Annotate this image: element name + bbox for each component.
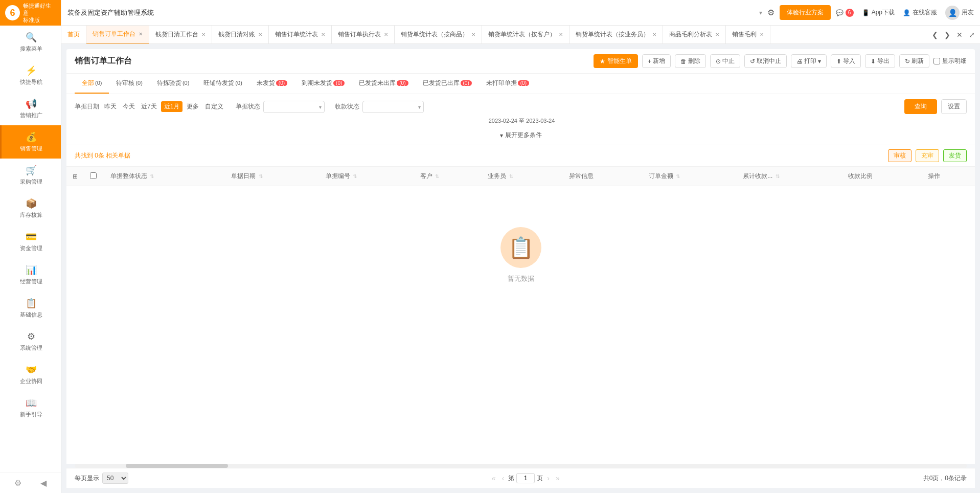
sub-tab-旺铺待发货[interactable]: 旺铺待发货(0) (196, 74, 249, 94)
tab-close-sales-order[interactable]: ✕ (139, 31, 143, 37)
select-all-checkbox[interactable] (90, 172, 97, 179)
print-btn[interactable]: 🖨 打印 ▾ (791, 54, 827, 68)
sidebar-item-finance[interactable]: 💳资金管理 (0, 225, 61, 258)
payment-select[interactable] (362, 101, 424, 113)
tab-cash-clear[interactable]: 钱货日清工作台✕ (149, 26, 212, 44)
settings-icon[interactable]: ⚙ (767, 8, 774, 17)
sidebar-item-purchase[interactable]: 🛒采购管理 (0, 159, 61, 192)
tab-nav-prev[interactable]: ❮ (930, 30, 940, 40)
horizontal-scrollbar[interactable] (75, 464, 967, 468)
date-btn-近7天[interactable]: 近7天 (139, 101, 159, 112)
sub-tab-待拣验货[interactable]: 待拣验货(0) (150, 74, 196, 94)
date-btn-今天[interactable]: 今天 (121, 101, 137, 112)
service-icon: 👤 (903, 9, 910, 16)
refresh-btn[interactable]: ↻ 刷新 (899, 54, 929, 68)
page-size-select[interactable]: 50 10 20 100 (102, 473, 128, 484)
date-btn-自定义[interactable]: 自定义 (203, 101, 225, 112)
sidebar-item-collab[interactable]: 🤝企业协同 (0, 358, 61, 391)
tab-stats6[interactable]: 商品毛利分析表✕ (663, 26, 726, 44)
new-btn[interactable]: + 新增 (642, 54, 671, 68)
th-salesperson[interactable]: 业务员 ⇅ (482, 167, 563, 186)
tab-close-stats6[interactable]: ✕ (715, 32, 719, 37)
th-number[interactable]: 单据编号 ⇅ (320, 167, 414, 186)
th-customer[interactable]: 客户 ⇅ (414, 167, 482, 186)
sub-tab-到期未发货[interactable]: 到期未发货(0) (294, 74, 352, 94)
sidebar-item-shortcut[interactable]: ⚡快捷导航 (0, 59, 61, 92)
sidebar-item-basic[interactable]: 📋基础信息 (0, 292, 61, 325)
basic-icon: 📋 (26, 298, 37, 309)
date-btn-近1月[interactable]: 近1月 (161, 101, 183, 112)
deliver-btn[interactable]: 发货 (943, 149, 967, 162)
first-page-btn[interactable]: « (490, 473, 498, 483)
sidebar-item-system[interactable]: ⚙系统管理 (0, 325, 61, 358)
tab-close-stats1[interactable]: ✕ (321, 32, 325, 37)
message-btn[interactable]: 💬 6 (836, 9, 854, 17)
date-btn-昨天[interactable]: 昨天 (102, 101, 119, 112)
sub-tab-未打印单据[interactable]: 未打印单据(0) (479, 74, 536, 94)
revoke-btn[interactable]: 充审 (916, 149, 939, 162)
page-input[interactable] (516, 473, 535, 483)
sidebar-item-marketing[interactable]: 📢营销推广 (0, 92, 61, 125)
sidebar-item-guide[interactable]: 📖新手引导 (0, 391, 61, 424)
import-btn[interactable]: ⬆ 导入 (831, 54, 861, 68)
sub-tab-未发货[interactable]: 未发货(0) (249, 74, 294, 94)
query-btn[interactable]: 查询 (904, 99, 937, 114)
export-btn[interactable]: ⬇ 导出 (865, 54, 895, 68)
th-amount[interactable]: 订单金额 ⇅ (643, 167, 737, 186)
sub-tab-已发货已出库[interactable]: 已发货已出库(0) (416, 74, 479, 94)
collapse-btn[interactable]: ◀ (40, 478, 47, 488)
prev-page-btn[interactable]: ‹ (500, 473, 507, 483)
tab-stats1[interactable]: 销售订单统计表✕ (269, 26, 332, 44)
tab-nav-next[interactable]: ❯ (942, 30, 952, 40)
tab-close-stats4[interactable]: ✕ (559, 32, 563, 37)
filter-setting-btn[interactable]: 设置 (941, 99, 967, 114)
tab-reconcile[interactable]: 钱货日清对账✕ (212, 26, 269, 44)
tab-stats3[interactable]: 销货单统计表（按商品）✕ (395, 26, 482, 44)
sub-tab-已发货未出库[interactable]: 已发货未出库(0) (352, 74, 415, 94)
show-detail-checkbox[interactable] (933, 58, 940, 64)
app-download-btn[interactable]: 📱 App下载 (862, 8, 895, 17)
th-total-payment[interactable]: 累计收款... ⇅ (737, 167, 842, 186)
date-btn-更多[interactable]: 更多 (185, 101, 201, 112)
tab-fullscreen[interactable]: ⤢ (967, 30, 977, 40)
tab-stats2[interactable]: 销售订单执行表✕ (332, 26, 395, 44)
sidebar-item-search[interactable]: 🔍搜索菜单 (0, 26, 61, 59)
empty-text: 暂无数据 (508, 274, 534, 283)
show-detail-toggle[interactable]: 显示明细 (933, 57, 967, 65)
settings-bottom-btn[interactable]: ⚙ (14, 478, 21, 488)
tab-close-reconcile[interactable]: ✕ (258, 32, 262, 37)
audit-btn[interactable]: 审核 (888, 149, 911, 162)
delete-btn[interactable]: 🗑 删除 (675, 54, 706, 68)
status-select[interactable] (263, 101, 325, 113)
th-checkbox[interactable] (84, 167, 104, 186)
smart-generate-btn[interactable]: ★ 智能生单 (594, 54, 638, 68)
tab-stats4[interactable]: 销货单统计表（按客户）✕ (482, 26, 569, 44)
tab-home[interactable]: 首页 (61, 26, 86, 44)
sidebar-item-inventory[interactable]: 📦库存核算 (0, 192, 61, 225)
sub-tab-全部[interactable]: 全部(0) (75, 74, 109, 94)
sub-tab-待审核[interactable]: 待审核(0) (109, 74, 149, 94)
scroll-thumb[interactable] (126, 464, 228, 468)
tab-close-all[interactable]: ✕ (954, 30, 965, 40)
th-date[interactable]: 单据日期 ⇅ (225, 167, 320, 186)
tab-close-stats7[interactable]: ✕ (760, 32, 764, 37)
table-footer: 每页显示 50 10 20 100 « ‹ 第 页 › » 共0页，0条记录 (66, 468, 975, 488)
tab-stats7[interactable]: 销售毛利✕ (726, 26, 770, 44)
next-page-btn[interactable]: › (545, 473, 552, 483)
tab-close-stats3[interactable]: ✕ (471, 32, 475, 37)
sidebar-item-sales[interactable]: 💰销售管理 (0, 125, 61, 159)
expand-filter-btn[interactable]: ▾ 展开更多条件 (500, 131, 542, 140)
tab-close-stats2[interactable]: ✕ (384, 32, 388, 37)
tab-sales-order[interactable]: 销售订单工作台✕ (86, 26, 149, 44)
tab-close-cash-clear[interactable]: ✕ (201, 32, 206, 37)
solution-btn[interactable]: 体验行业方案 (780, 5, 831, 20)
user-menu[interactable]: 👤 用友 (945, 6, 974, 20)
tab-close-stats5[interactable]: ✕ (652, 32, 656, 37)
sidebar-item-operation[interactable]: 📊经营管理 (0, 258, 61, 292)
stop-btn[interactable]: ⊙ 中止 (710, 54, 740, 68)
last-page-btn[interactable]: » (554, 473, 562, 483)
online-service-btn[interactable]: 👤 在线客服 (903, 8, 937, 17)
dropdown-icon[interactable]: ▾ (759, 9, 762, 16)
tab-stats5[interactable]: 销货单统计表（按业务员）✕ (569, 26, 663, 44)
cancel-stop-btn[interactable]: ↺ 取消中止 (744, 54, 787, 68)
